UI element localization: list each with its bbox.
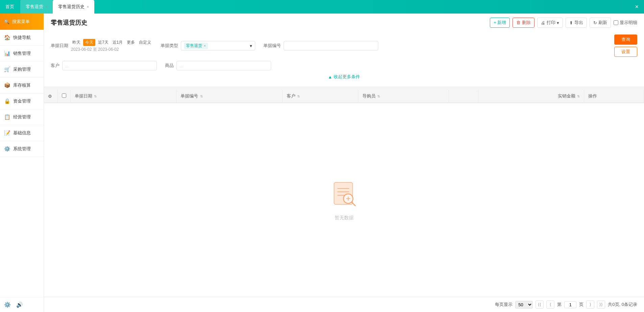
tab-retail-return-history-close-icon[interactable]: × <box>87 5 89 9</box>
delete-button[interactable]: 🗑 删除 <box>512 18 534 28</box>
query-button[interactable]: 查询 <box>614 35 637 45</box>
customer-placeholder: ... <box>65 63 69 68</box>
doc-type-tag-label: 零售退货 <box>186 43 202 49</box>
date-opt-custom[interactable]: 自定义 <box>138 39 152 46</box>
filter-row-2: 客户 ... 商品 ... <box>51 58 637 72</box>
date-option-group: 昨天 今天 近7天 近1月 更多 自定义 <box>71 39 152 46</box>
doc-no-filter-label: 单据编号 <box>263 43 281 49</box>
doc-no-filter-field: 单据编号 <box>263 41 378 50</box>
refresh-icon: ↻ <box>593 20 597 25</box>
tab-home[interactable]: 首页 <box>0 0 20 14</box>
date-opt-today[interactable]: 今天 <box>83 39 95 46</box>
next-page-button[interactable]: ⟩ <box>586 300 594 309</box>
doc-type-tag-close[interactable]: × <box>204 44 206 48</box>
sidebar-item-system-mgmt[interactable]: ⚙️ 系统管理 <box>0 141 44 157</box>
collapse-more-btn[interactable]: ▲ 收起更多条件 <box>51 72 637 83</box>
per-page-select[interactable]: 50 100 200 <box>515 301 533 309</box>
tab-retail-return-history[interactable]: 零售退货历史 × <box>53 0 94 14</box>
sidebar-item-quick-nav[interactable]: 🏠 快捷导航 <box>0 30 44 46</box>
page-title: 零售退货历史 <box>51 19 87 27</box>
th-doc-no[interactable]: 单据编号 ⇅ <box>176 90 283 103</box>
date-opt-yesterday[interactable]: 昨天 <box>71 39 82 46</box>
date-filter-label: 单据日期 <box>51 43 68 49</box>
print-button[interactable]: 🖨 打印 ▾ <box>537 18 563 28</box>
filter-settings-button[interactable]: 设置 <box>614 47 637 57</box>
th-spacer <box>449 90 478 103</box>
date-opt-1month[interactable]: 近1月 <box>111 39 124 46</box>
print-label: 打印 <box>547 20 555 26</box>
main-layout: 🔍 搜索菜单 🏠 快捷导航 📊 销售管理 🛒 采购管理 📦 库存核算 🔒 资金管… <box>0 14 644 312</box>
refresh-button[interactable]: ↻ 刷新 <box>590 18 611 28</box>
pagination-bar: 每页显示 50 100 200 ⟨⟨ ⟨ 第 页 ⟩ ⟩⟩ 共0页, 0条记录 <box>44 297 644 312</box>
sidebar-search-label: 搜索菜单 <box>12 19 30 25</box>
th-doc-no-sort-icon: ⇅ <box>200 94 203 98</box>
tab-retail-return-close-icon[interactable]: × <box>45 5 47 9</box>
display-detail-toggle[interactable]: 显示明细 <box>614 20 637 26</box>
top-bar: 首页 零售退货 × 零售退货历史 × × <box>0 0 644 14</box>
sidebar-item-finance-mgmt[interactable]: 🔒 资金管理 <box>0 93 44 109</box>
th-customer-label: 客户 <box>287 93 295 98</box>
th-guide-sort-icon: ⇅ <box>377 94 380 98</box>
operations-mgmt-icon: 📋 <box>4 114 10 120</box>
last-page-button[interactable]: ⟩⟩ <box>597 300 605 309</box>
settings-icon[interactable]: ⚙️ <box>4 302 11 308</box>
window-close-button[interactable]: × <box>629 3 644 10</box>
th-checkbox[interactable] <box>57 90 70 103</box>
empty-state: 暂无数据 <box>44 103 644 297</box>
select-all-checkbox[interactable] <box>62 93 66 98</box>
doc-no-input[interactable] <box>284 41 378 50</box>
sidebar-search[interactable]: 🔍 搜索菜单 <box>0 14 44 30</box>
tab-bar: 首页 零售退货 × 零售退货历史 × <box>0 0 629 14</box>
table-header: ⚙ 单据日期 ⇅ 单据编号 ⇅ 客户 <box>44 90 644 103</box>
page-number-input[interactable] <box>564 301 576 308</box>
th-settings[interactable]: ⚙ <box>44 90 57 103</box>
goods-select[interactable]: ... <box>176 61 271 70</box>
date-filter-field: 单据日期 昨天 今天 近7天 近1月 更多 自定义 2023-06-02 至 2… <box>51 39 152 52</box>
collapse-more-label: 收起更多条件 <box>334 74 360 80</box>
audio-icon[interactable]: 🔊 <box>16 302 23 308</box>
sidebar: 🔍 搜索菜单 🏠 快捷导航 📊 销售管理 🛒 采购管理 📦 库存核算 🔒 资金管… <box>0 14 44 312</box>
prev-page-button[interactable]: ⟨ <box>546 300 554 309</box>
sidebar-item-inventory[interactable]: 📦 库存核算 <box>0 77 44 93</box>
sidebar-item-sales-mgmt-label: 销售管理 <box>13 50 31 57</box>
th-amount[interactable]: 实销金额 ⇅ <box>478 90 584 103</box>
tab-retail-return[interactable]: 零售退货 × <box>20 0 53 14</box>
th-doc-date-sort-icon: ⇅ <box>94 94 97 98</box>
display-detail-checkbox[interactable] <box>614 20 618 25</box>
export-button[interactable]: ⬆ 导出 <box>566 18 587 28</box>
goods-filter-label: 商品 <box>165 63 174 69</box>
first-page-button[interactable]: ⟨⟨ <box>535 300 544 309</box>
doc-type-filter-field: 单据类型 零售退货 × ▾ <box>161 41 255 50</box>
th-customer[interactable]: 客户 ⇅ <box>282 90 358 103</box>
th-doc-date[interactable]: 单据日期 ⇅ <box>70 90 176 103</box>
customer-select[interactable]: ... <box>62 61 157 70</box>
empty-text: 暂无数据 <box>335 215 354 221</box>
tab-retail-return-label: 零售退货 <box>26 4 43 10</box>
table-container: ⚙ 单据日期 ⇅ 单据编号 ⇅ 客户 <box>44 90 644 297</box>
sidebar-item-sales-mgmt[interactable]: 📊 销售管理 <box>0 46 44 62</box>
new-button[interactable]: + 新增 <box>490 18 510 28</box>
sidebar-item-purchase-mgmt[interactable]: 🛒 采购管理 <box>0 62 44 77</box>
th-doc-no-label: 单据编号 <box>181 93 198 98</box>
th-customer-sort-icon: ⇅ <box>297 94 300 98</box>
th-action: 操作 <box>584 90 644 103</box>
doc-type-dropdown-icon: ▾ <box>250 43 252 48</box>
customer-filter-field: 客户 ... <box>51 61 157 70</box>
date-opt-7days[interactable]: 近7天 <box>97 39 110 46</box>
tab-retail-return-history-label: 零售退货历史 <box>58 4 85 10</box>
th-guide[interactable]: 导购员 ⇅ <box>358 90 449 103</box>
sidebar-item-operations-mgmt[interactable]: 📋 经营管理 <box>0 109 44 125</box>
doc-type-select[interactable]: 零售退货 × ▾ <box>181 41 255 50</box>
doc-type-filter-label: 单据类型 <box>161 43 178 49</box>
sidebar-item-operations-mgmt-label: 经营管理 <box>13 114 31 120</box>
inventory-icon: 📦 <box>4 82 10 88</box>
export-icon: ⬆ <box>569 20 573 25</box>
date-opt-more[interactable]: 更多 <box>125 39 136 46</box>
table-header-row: ⚙ 单据日期 ⇅ 单据编号 ⇅ 客户 <box>44 90 644 103</box>
page-title-row: 零售退货历史 + 新增 🗑 删除 🖨 打印 ▾ ⬆ 导出 ↻ <box>51 18 637 28</box>
purchase-mgmt-icon: 🛒 <box>4 66 10 72</box>
sidebar-item-basic-info[interactable]: 📝 基础信息 <box>0 125 44 141</box>
system-mgmt-icon: ⚙️ <box>4 146 10 152</box>
date-options: 昨天 今天 近7天 近1月 更多 自定义 2023-06-02 至 2023-0… <box>71 39 152 52</box>
toolbar: + 新增 🗑 删除 🖨 打印 ▾ ⬆ 导出 ↻ 刷新 <box>490 18 637 28</box>
